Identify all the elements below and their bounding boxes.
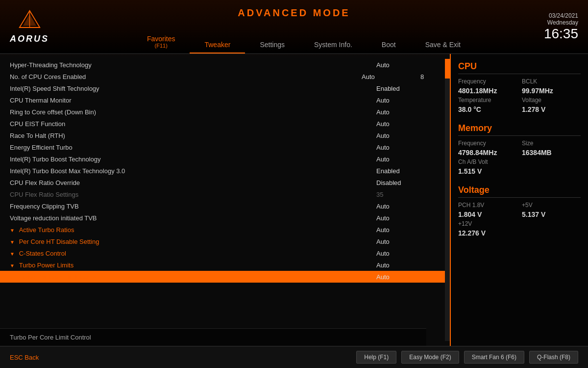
logo-text: AORUS [10,34,49,44]
setting-row-cpu-cores[interactable]: No. of CPU Cores EnabledAuto8 [0,71,445,82]
voltage-title: Voltage [458,185,581,198]
cpu-frequency-value: 4801.18MHz [458,87,517,95]
setting-row-freq-clipping-tvb[interactable]: Frequency Clipping TVBAuto [0,200,445,212]
right-panel: CPU Frequency BCLK 4801.18MHz 99.97MHz T… [451,54,588,346]
memory-frequency-label: Frequency [458,140,517,147]
setting-label-turbo-per-core-limit: ▼ Turbo Per Core Limit Control [10,273,376,281]
setting-label-ring-core-offset: Ring to Core offset (Down Bin) [10,108,376,116]
setting-value-energy-efficient-turbo: Auto [376,144,435,151]
header: AORUS ADVANCED MODE Favorites (F11) Twea… [0,0,588,54]
setting-value-speed-shift: Enabled [376,85,435,92]
setting-label-cpu-cores: No. of CPU Cores Enabled [10,73,362,80]
triangle-icon: ▼ [10,228,16,233]
setting-row-c-states-control[interactable]: ▼ C-States ControlAuto [0,247,445,259]
tab-save-exit[interactable]: Save & Exit [411,37,475,53]
help-button[interactable]: Help (F1) [356,351,396,364]
cpu-voltage-label: Voltage [522,97,581,104]
setting-row-turbo-per-core-limit[interactable]: ▼ Turbo Per Core Limit ControlAuto [0,271,445,283]
setting-row-cpu-flex-ratio-override[interactable]: CPU Flex Ratio OverrideDisabled [0,177,445,188]
setting-label-freq-clipping-tvb: Frequency Clipping TVB [10,203,376,210]
setting-value-turbo-boost-max: Enabled [376,167,435,175]
setting-value-race-to-halt: Auto [376,132,435,139]
cpu-voltage-value: 1.278 V [522,105,581,113]
voltage-section: Voltage PCH 1.8V +5V 1.804 V 5.137 V +12… [458,185,581,237]
date-display: 03/24/2021 Wednesday [547,12,578,26]
setting-value-per-core-ht: Auto [376,238,435,245]
tab-tweaker[interactable]: Tweaker [190,37,245,53]
setting-label-hyper-threading: Hyper-Threading Technology [10,61,376,69]
main-content: Hyper-Threading TechnologyAutoNo. of CPU… [0,54,588,346]
page-title: ADVANCED MODE [238,7,350,19]
cpu-bclk-label: BCLK [522,78,581,85]
plus12v-label: +12V [458,220,581,227]
setting-value-cpu-flex-ratio-override: Disabled [376,179,435,186]
settings-container: Hyper-Threading TechnologyAutoNo. of CPU… [0,59,450,341]
esc-back-button[interactable]: ESC Back [10,354,39,361]
pch-value: 1.804 V [458,210,517,218]
setting-extra-cpu-cores: 8 [420,73,435,80]
setting-row-cpu-eist[interactable]: CPU EIST FunctionAuto [0,118,445,130]
setting-row-race-to-halt[interactable]: Race To Halt (RTH)Auto [0,130,445,141]
setting-value-hyper-threading: Auto [376,61,435,69]
setting-value-cpu-flex-ratio-settings: 35 [376,191,435,198]
settings-panel: Hyper-Threading TechnologyAutoNo. of CPU… [0,54,451,346]
cpu-section: CPU Frequency BCLK 4801.18MHz 99.97MHz T… [458,61,581,113]
time-display: 16:35 [544,26,578,42]
setting-value-voltage-reduction-tvb: Auto [376,214,435,222]
setting-row-turbo-boost[interactable]: Intel(R) Turbo Boost TechnologyAuto [0,153,445,165]
memory-size-label: Size [522,140,581,147]
setting-label-turbo-boost-max: Intel(R) Turbo Boost Max Technology 3.0 [10,167,376,175]
setting-label-voltage-reduction-tvb: Voltage reduction initiated TVB [10,214,376,222]
setting-row-cpu-flex-ratio-settings[interactable]: CPU Flex Ratio Settings35 [0,188,445,200]
setting-label-race-to-halt: Race To Halt (RTH) [10,132,376,139]
plus12v-value: 12.276 V [458,229,581,237]
setting-row-energy-efficient-turbo[interactable]: Energy Efficient TurboAuto [0,141,445,153]
cpu-temperature-value: 38.0 °C [458,105,517,113]
qflash-button[interactable]: Q-Flash (F8) [529,351,578,364]
setting-row-speed-shift[interactable]: Intel(R) Speed Shift TechnologyEnabled [0,82,445,94]
setting-row-turbo-power-limits[interactable]: ▼ Turbo Power LimitsAuto [0,259,445,271]
setting-value-active-turbo-ratios: Auto [376,226,435,234]
setting-value-thermal-monitor: Auto [376,97,435,104]
scrollbar[interactable] [445,59,450,341]
cpu-frequency-label: Frequency [458,78,517,85]
setting-value-ring-core-offset: Auto [376,108,435,116]
voltage-info-grid: PCH 1.8V +5V 1.804 V 5.137 V +12V 12.276… [458,202,581,237]
setting-value-turbo-power-limits: Auto [376,262,435,269]
setting-value-cpu-eist: Auto [376,120,435,128]
smart-fan-button[interactable]: Smart Fan 6 (F6) [464,351,524,364]
setting-row-ring-core-offset[interactable]: Ring to Core offset (Down Bin)Auto [0,106,445,118]
tab-system-info[interactable]: System Info. [299,37,367,53]
memory-ch-volt-value: 1.515 V [458,167,581,175]
triangle-icon: ▼ [10,275,16,280]
memory-size-value: 16384MB [522,149,581,157]
pch-label: PCH 1.8V [458,202,517,209]
setting-row-hyper-threading[interactable]: Hyper-Threading TechnologyAuto [0,59,445,71]
setting-row-per-core-ht[interactable]: ▼ Per Core HT Disable SettingAuto [0,236,445,247]
setting-row-turbo-boost-max[interactable]: Intel(R) Turbo Boost Max Technology 3.0E… [0,165,445,177]
setting-row-thermal-monitor[interactable]: CPU Thermal MonitorAuto [0,94,445,106]
setting-label-cpu-eist: CPU EIST Function [10,120,376,128]
plus5v-label: +5V [522,202,581,209]
memory-section: Memory Frequency Size 4798.84MHz 16384MB… [458,123,581,175]
cpu-info-grid: Frequency BCLK 4801.18MHz 99.97MHz Tempe… [458,78,581,113]
setting-label-thermal-monitor: CPU Thermal Monitor [10,97,376,104]
memory-info-grid: Frequency Size 4798.84MHz 16384MB Ch A/B… [458,140,581,175]
setting-label-per-core-ht: ▼ Per Core HT Disable Setting [10,238,376,245]
setting-label-turbo-power-limits: ▼ Turbo Power Limits [10,262,376,269]
setting-value-cpu-cores: Auto [362,73,420,80]
scrollbar-thumb[interactable] [445,59,450,79]
setting-value-c-states-control: Auto [376,250,435,257]
easy-mode-button[interactable]: Easy Mode (F2) [401,351,459,364]
tab-boot[interactable]: Boot [367,37,411,53]
footer-buttons: Help (F1) Easy Mode (F2) Smart Fan 6 (F6… [356,351,578,364]
tab-settings[interactable]: Settings [245,37,299,53]
setting-label-cpu-flex-ratio-override: CPU Flex Ratio Override [10,179,376,186]
triangle-icon: ▼ [10,263,16,268]
setting-label-c-states-control: ▼ C-States Control [10,250,376,257]
setting-row-voltage-reduction-tvb[interactable]: Voltage reduction initiated TVBAuto [0,212,445,224]
memory-ch-volt-label: Ch A/B Volt [458,158,581,165]
setting-row-active-turbo-ratios[interactable]: ▼ Active Turbo RatiosAuto [0,224,445,236]
tab-favorites[interactable]: Favorites (F11) [132,31,190,53]
setting-label-turbo-boost: Intel(R) Turbo Boost Technology [10,156,376,163]
